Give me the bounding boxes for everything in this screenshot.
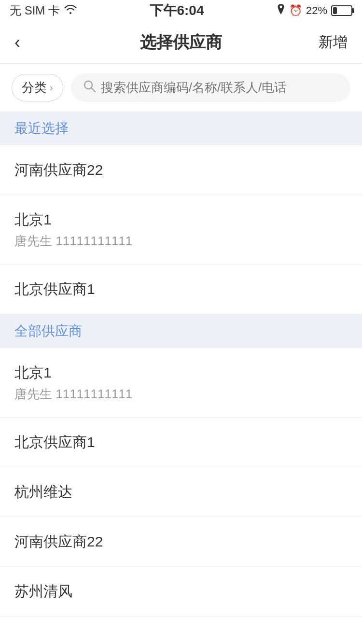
item-name: 河南供应商22 xyxy=(14,532,348,552)
status-right: ⏰ 22% xyxy=(277,4,352,17)
item-sub: 唐先生 11111111111 xyxy=(14,386,348,403)
item-name: 北京1 xyxy=(14,363,348,383)
status-time: 下午6:04 xyxy=(150,1,204,20)
alarm-icon: ⏰ xyxy=(289,4,302,17)
svg-point-0 xyxy=(84,81,92,89)
list-item[interactable]: 北京供应商1 xyxy=(0,418,362,467)
item-sub: 唐先生 11111111111 xyxy=(14,233,348,250)
item-name: 杭州维达 xyxy=(14,482,348,502)
status-left: 无 SIM 卡 xyxy=(10,3,77,18)
svg-line-1 xyxy=(91,88,95,92)
list-item[interactable]: 北京1唐先生 11111111111 xyxy=(0,348,362,418)
status-bar: 无 SIM 卡 下午6:04 ⏰ 22% xyxy=(0,0,362,21)
list-item[interactable]: 北京供应商1 xyxy=(0,265,362,314)
search-input-wrap xyxy=(71,73,350,102)
recent-section-header: 最近选择 xyxy=(0,112,362,145)
page-title: 选择供应商 xyxy=(140,31,222,54)
nav-bar: ‹ 选择供应商 新增 xyxy=(0,21,362,64)
list-item[interactable]: 河南供应商22 xyxy=(0,145,362,195)
search-icon xyxy=(83,79,96,96)
list-item[interactable]: 河南供应商22 xyxy=(0,517,362,567)
list-item[interactable]: 北京1唐先生 11111111111 xyxy=(0,195,362,265)
all-items-list: 北京1唐先生 11111111111北京供应商1杭州维达河南供应商22苏州清风 xyxy=(0,348,362,616)
search-input[interactable] xyxy=(101,80,339,95)
wifi-icon xyxy=(64,4,77,17)
recent-items-list: 河南供应商22北京1唐先生 11111111111北京供应商1 xyxy=(0,145,362,314)
category-filter-button[interactable]: 分类 › xyxy=(12,74,63,101)
sim-status: 无 SIM 卡 xyxy=(10,3,60,18)
list-item[interactable]: 苏州清风 xyxy=(0,567,362,616)
recent-section-label: 最近选择 xyxy=(14,121,69,136)
all-section-header: 全部供应商 xyxy=(0,314,362,348)
back-button[interactable]: ‹ xyxy=(14,32,43,53)
item-name: 北京供应商1 xyxy=(14,279,348,299)
item-name: 河南供应商22 xyxy=(14,160,348,180)
all-section-label: 全部供应商 xyxy=(14,323,82,338)
add-button[interactable]: 新增 xyxy=(319,32,348,52)
chevron-right-icon: › xyxy=(50,82,53,93)
list-item[interactable]: 杭州维达 xyxy=(0,467,362,517)
item-name: 苏州清风 xyxy=(14,581,348,602)
battery-percent: 22% xyxy=(306,4,327,17)
category-label: 分类 xyxy=(22,79,47,96)
location-icon xyxy=(277,4,285,17)
battery-icon xyxy=(331,5,352,16)
search-bar: 分类 › xyxy=(0,64,362,112)
item-name: 北京1 xyxy=(14,210,348,230)
item-name: 北京供应商1 xyxy=(14,432,348,452)
